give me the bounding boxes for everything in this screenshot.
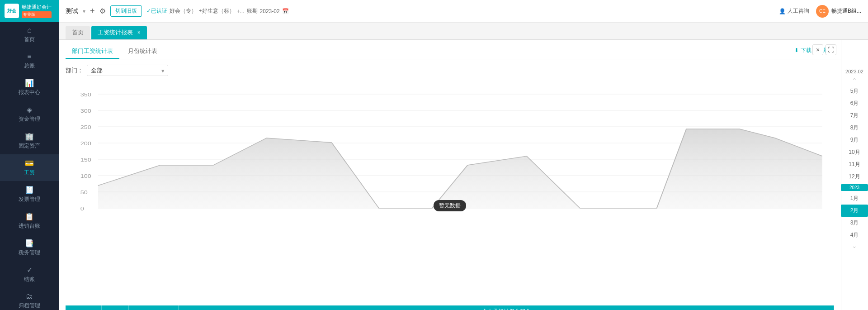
settle-icon: ✓ — [27, 266, 33, 274]
sub-tab-monthly[interactable]: 月份统计表 — [122, 44, 164, 59]
sidebar-item-salary[interactable]: 💳 工资 — [0, 154, 59, 181]
sidebar-logo: 好会 畅捷通好会计 专业版 — [0, 0, 59, 22]
business-type: +好生意（标） — [199, 7, 235, 15]
tabbar: 首页 工资统计报表 × — [59, 23, 868, 40]
sidebar-item-label: 报表中心 — [19, 89, 40, 96]
float-close-btn[interactable]: × — [812, 44, 823, 55]
tab-home[interactable]: 首页 — [66, 26, 90, 39]
chart-wrap: 0 50 100 150 200 250 300 350 — [66, 86, 834, 305]
topbar-add-btn[interactable]: + — [90, 6, 95, 16]
download-icon: ⬇ — [794, 47, 799, 53]
month-9[interactable]: 9月 — [841, 134, 868, 146]
topbar-title: 测试 — [66, 7, 78, 15]
month-11[interactable]: 11月 — [841, 158, 868, 171]
logo-icon: 好会 — [5, 4, 19, 18]
th-group-label: 个人承担社保公积金 — [179, 305, 834, 310]
month-3[interactable]: 3月 — [841, 217, 868, 229]
month-5[interactable]: 5月 — [841, 85, 868, 97]
period-label: 账期 — [247, 7, 258, 15]
help-icon: 👤 — [779, 8, 786, 14]
month-8[interactable]: 8月 — [841, 122, 868, 134]
svg-text:100: 100 — [80, 173, 91, 179]
svg-text:350: 350 — [80, 92, 91, 98]
invoice-icon: 🧾 — [25, 186, 34, 194]
sidebar-item-label: 结账 — [24, 276, 35, 283]
topbar-right: 👤 人工咨询 CE 畅捷通B组... — [779, 5, 861, 18]
sidebar-item-label: 进销台账 — [19, 222, 40, 230]
sidebar-item-label: 总账 — [24, 62, 35, 70]
svg-text:300: 300 — [80, 108, 91, 114]
sidebar-item-tax[interactable]: 📑 税务管理 — [0, 234, 59, 261]
sidebar-item-assets[interactable]: 🏢 固定资产 — [0, 128, 59, 154]
sidebar-item-label: 归档管理 — [19, 302, 40, 310]
accounting-type: 好会（专） — [170, 7, 197, 15]
right-panel-inner: 2023.02 ⌃ 5月 6月 7月 8月 9月 10月 11月 12月 202… — [841, 67, 868, 250]
download-btn[interactable]: ⬇ 下载 — [794, 47, 811, 54]
sidebar-item-funds[interactable]: ◈ 资金管理 — [0, 101, 59, 128]
tab-close-icon[interactable]: × — [137, 29, 141, 36]
reports-icon: 📊 — [25, 79, 34, 87]
content-area: 部门工资统计表 月份统计表 ⬇ 下载 ↻ 刷新 部门： — [59, 40, 868, 310]
sidebar-item-archive[interactable]: 🗂 归档管理 — [0, 288, 59, 310]
month-7[interactable]: 7月 — [841, 110, 868, 122]
home-icon: ⌂ — [27, 26, 32, 34]
main-panel: 部门工资统计表 月份统计表 ⬇ 下载 ↻ 刷新 部门： — [59, 40, 841, 310]
month-10[interactable]: 10月 — [841, 146, 868, 158]
help-btn[interactable]: 👤 人工咨询 — [779, 7, 809, 15]
sidebar-item-settle[interactable]: ✓ 结账 — [0, 261, 59, 288]
topbar-settings-icon[interactable]: ⚙ — [99, 7, 106, 15]
sidebar-item-label: 发票管理 — [19, 196, 40, 203]
up-arrow-icon[interactable]: ⌃ — [841, 76, 868, 85]
period-value: 2023-02 — [260, 8, 280, 14]
sidebar-item-reports[interactable]: 📊 报表中心 — [0, 74, 59, 101]
sidebar-item-purchase[interactable]: 📋 进销台账 — [0, 208, 59, 234]
month-6[interactable]: 6月 — [841, 97, 868, 110]
filter-bar: 部门： 全部 研发部 销售部 财务部 行政部 ▾ — [59, 59, 841, 81]
down-arrow-icon[interactable]: ⌄ — [841, 241, 868, 250]
sidebar-item-label: 税务管理 — [19, 249, 40, 257]
funds-icon: ◈ — [27, 105, 32, 114]
assets-icon: 🏢 — [25, 132, 34, 141]
sidebar-item-label: 固定资产 — [19, 142, 40, 150]
sidebar-item-label: 首页 — [24, 36, 35, 43]
tab-salary-report[interactable]: 工资统计报表 × — [91, 26, 147, 39]
th-group-personal: 个人承担社保公积金 个人承担养老保险 个人承担医疗保险 个人承担失业保险 个人承… — [179, 305, 834, 310]
certified-status: ✓已认证 — [146, 7, 167, 15]
table-header: 部门 人数 应发工资合计 个人承担社保公积金 个人承担养老保险 个人承担医疗保险… — [66, 305, 834, 310]
archive-icon: 🗂 — [26, 292, 33, 300]
svg-text:50: 50 — [80, 190, 88, 196]
sub-tabbar: 部门工资统计表 月份统计表 ⬇ 下载 ↻ 刷新 — [59, 40, 841, 59]
float-expand-btn[interactable]: ⛶ — [826, 44, 836, 55]
sidebar-item-home[interactable]: ⌂ 首页 — [0, 22, 59, 48]
logo-badge: 专业版 — [22, 11, 52, 18]
month-12[interactable]: 12月 — [841, 171, 868, 183]
svg-text:0: 0 — [80, 206, 84, 212]
avatar: CE — [816, 5, 829, 18]
th-total-salary: 应发工资合计 — [129, 305, 179, 310]
user-menu[interactable]: CE 畅捷通B组... — [816, 5, 861, 18]
more-status: +... — [237, 8, 245, 14]
svg-text:200: 200 — [80, 141, 91, 147]
calendar-icon[interactable]: 📅 — [282, 8, 289, 14]
th-dept: 部门 — [66, 305, 102, 310]
salary-icon: 💳 — [25, 159, 34, 167]
month-1[interactable]: 1月 — [841, 192, 868, 205]
sidebar: 好会 畅捷通好会计 专业版 ⌂ 首页 ≡ 总账 📊 报表中心 ◈ 资金管理 🏢 … — [0, 0, 59, 310]
ledger-icon: ≡ — [27, 52, 31, 61]
logo-text: 畅捷通好会计 — [22, 4, 52, 10]
month-4[interactable]: 4月 — [841, 229, 868, 241]
dept-select[interactable]: 全部 研发部 销售部 财务部 行政部 — [87, 65, 168, 76]
float-actions: × ⛶ — [812, 44, 836, 55]
right-panel-current-date: 2023.02 — [841, 67, 868, 76]
sidebar-item-label: 工资 — [24, 169, 35, 176]
topbar-dropdown-arrow[interactable]: ▾ — [83, 8, 85, 14]
sidebar-item-ledger[interactable]: ≡ 总账 — [0, 48, 59, 74]
user-name: 畅捷通B组... — [831, 7, 861, 15]
switch-version-btn[interactable]: 切到旧版 — [110, 5, 142, 17]
th-count: 人数 — [102, 305, 129, 310]
sub-tab-dept[interactable]: 部门工资统计表 — [66, 44, 119, 59]
dept-select-wrapper: 全部 研发部 销售部 财务部 行政部 ▾ — [87, 65, 168, 76]
month-2[interactable]: 2月 — [841, 205, 868, 217]
sidebar-item-invoice[interactable]: 🧾 发票管理 — [0, 181, 59, 208]
bottom-table: 部门 人数 应发工资合计 个人承担社保公积金 个人承担养老保险 个人承担医疗保险… — [66, 305, 834, 310]
